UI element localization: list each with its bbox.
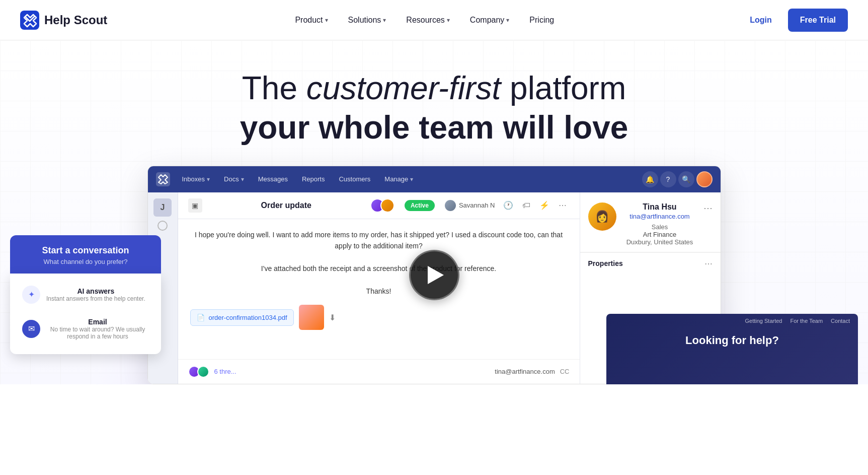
contact-location: Duxbury, United States <box>622 238 697 246</box>
chat-option-ai[interactable]: ✦ AI answers Instant answers from the he… <box>16 280 155 310</box>
contact-avatar: 👩 <box>588 202 616 231</box>
thread-avatars <box>188 366 209 378</box>
contact-company: Art Finance <box>622 231 697 238</box>
assignee-avatar <box>445 200 456 211</box>
nav-pricing[interactable]: Pricing <box>521 12 562 29</box>
image-attachment[interactable] <box>299 305 324 330</box>
help-icon[interactable]: ? <box>660 171 676 187</box>
sidebar-item-j[interactable]: J <box>153 198 172 217</box>
svg-rect-0 <box>20 11 39 30</box>
dark-overlay-nav-contact[interactable]: Contact <box>831 318 850 324</box>
conversation-title: Order update <box>208 201 364 210</box>
dark-overlay: Getting Started For the Team Contact Loo… <box>606 314 858 384</box>
chat-widget-header: Start a conversation What channel do you… <box>10 235 161 274</box>
app-nav-messages[interactable]: Messages <box>252 172 294 186</box>
play-overlay <box>409 250 459 300</box>
logo[interactable]: Help Scout <box>20 11 107 30</box>
conv-avatar-2 <box>380 198 394 213</box>
properties-title: Properties <box>588 259 623 267</box>
app-nav-customers[interactable]: Customers <box>333 172 376 186</box>
chat-widget-body: ✦ AI answers Instant answers from the he… <box>10 274 161 354</box>
login-button[interactable]: Login <box>742 12 780 29</box>
conversation-avatars <box>370 198 394 213</box>
nav-actions: Login Free Trial <box>742 9 848 32</box>
contact-email[interactable]: tina@artfinance.com <box>622 213 697 220</box>
cc-label[interactable]: CC <box>560 368 570 375</box>
app-nav-docs[interactable]: Docs ▾ <box>218 172 250 186</box>
contact-name: Tina Hsu <box>622 202 697 212</box>
chevron-down-icon: ▾ <box>383 17 386 24</box>
hero-content: The customer-first platform your whole t… <box>20 71 848 146</box>
app-nav-manage[interactable]: Manage ▾ <box>378 172 419 186</box>
thread-avatar-2 <box>197 366 209 378</box>
mockup-section: Start a conversation What channel do you… <box>20 166 848 384</box>
chevron-down-icon: ▾ <box>410 176 413 183</box>
thread-count[interactable]: 6 thre... <box>214 368 236 375</box>
email-icon: ✉ <box>22 320 40 338</box>
play-button[interactable] <box>409 250 459 300</box>
properties-more-icon[interactable]: ⋯ <box>704 259 713 268</box>
dark-overlay-nav: Getting Started For the Team Contact <box>606 314 858 328</box>
hero-line2: your whole team will love <box>20 110 848 145</box>
pdf-attachment[interactable]: 📄 order-confirmation1034.pdf <box>190 309 294 326</box>
help-scout-logo-icon <box>20 11 39 30</box>
app-logo-icon <box>156 172 170 186</box>
hero-line1: The customer-first platform <box>20 71 848 106</box>
app-navbar: Inboxes ▾ Docs ▾ Messages Reports Custom… <box>148 166 721 192</box>
properties-section: Properties ⋯ <box>580 252 721 275</box>
app-nav-inboxes[interactable]: Inboxes ▾ <box>176 172 216 186</box>
dark-overlay-content: Looking for help? <box>606 328 858 353</box>
download-icon[interactable]: ⬇ <box>329 313 336 322</box>
hero-section: The customer-first platform your whole t… <box>0 40 868 384</box>
user-avatar[interactable] <box>696 171 713 187</box>
dark-overlay-nav-getting-started[interactable]: Getting Started <box>745 318 782 324</box>
chat-option-email-text: Email No time to wait around? We usually… <box>46 318 149 340</box>
sidebar-item-circle[interactable] <box>157 221 168 231</box>
contact-role: Sales <box>622 223 697 231</box>
nav-product[interactable]: Product ▾ <box>287 12 336 29</box>
message-text: I hope you're doing well. I want to add … <box>190 229 568 297</box>
nav-company[interactable]: Company ▾ <box>462 12 517 29</box>
tag-icon[interactable]: 🏷 <box>519 198 533 213</box>
search-icon[interactable]: 🔍 <box>678 171 694 187</box>
contact-header: 👩 Tina Hsu tina@artfinance.com Sales Art… <box>580 192 721 252</box>
nav-solutions[interactable]: Solutions ▾ <box>340 12 394 29</box>
conversation-assignee: Savannah N <box>445 200 495 211</box>
svg-rect-1 <box>156 172 170 186</box>
app-main: ▣ Order update Active Savannah N 🕐 <box>178 192 580 384</box>
message-attachments: 📄 order-confirmation1034.pdf ⬇ <box>190 305 568 330</box>
lightning-icon[interactable]: ⚡ <box>537 198 551 213</box>
more-options-icon[interactable]: ⋯ <box>703 202 713 214</box>
pdf-icon: 📄 <box>197 314 205 321</box>
main-nav: Help Scout Product ▾ Solutions ▾ Resourc… <box>0 0 868 40</box>
dark-overlay-nav-for-team[interactable]: For the Team <box>790 318 823 324</box>
chevron-down-icon: ▾ <box>241 176 244 183</box>
chat-option-email[interactable]: ✉ Email No time to wait around? We usual… <box>16 312 155 346</box>
chat-widget: Start a conversation What channel do you… <box>10 235 161 354</box>
thread-footer: 6 thre... tina@artfinance.com CC <box>178 359 580 384</box>
chevron-down-icon: ▾ <box>207 176 210 183</box>
chat-option-ai-text: AI answers Instant answers from the help… <box>46 287 145 302</box>
app-nav-reports[interactable]: Reports <box>296 172 331 186</box>
nav-resources[interactable]: Resources ▾ <box>398 12 457 29</box>
app-nav-icons: 🔔 ? 🔍 <box>642 171 713 187</box>
clock-icon[interactable]: 🕐 <box>501 198 515 213</box>
contact-info: Tina Hsu tina@artfinance.com Sales Art F… <box>622 202 697 246</box>
from-email: tina@artfinance.com <box>495 368 555 375</box>
chevron-down-icon: ▾ <box>506 17 509 24</box>
logo-text: Help Scout <box>44 13 107 27</box>
more-options-icon[interactable]: ⋯ <box>556 198 570 213</box>
chat-widget-subtitle: What channel do you prefer? <box>20 258 151 265</box>
ai-icon: ✦ <box>22 286 40 304</box>
free-trial-button[interactable]: Free Trial <box>788 9 848 32</box>
chevron-down-icon: ▾ <box>447 17 450 24</box>
conversation-header: ▣ Order update Active Savannah N 🕐 <box>178 192 580 219</box>
chat-widget-title: Start a conversation <box>20 245 151 256</box>
conversation-actions: 🕐 🏷 ⚡ ⋯ <box>501 198 570 213</box>
status-badge: Active <box>405 200 435 211</box>
bell-icon[interactable]: 🔔 <box>642 171 658 187</box>
message-area: I hope you're doing well. I want to add … <box>178 219 580 359</box>
document-icon: ▣ <box>188 198 202 213</box>
properties-header: Properties ⋯ <box>588 259 713 268</box>
dark-overlay-title: Looking for help? <box>618 334 846 347</box>
